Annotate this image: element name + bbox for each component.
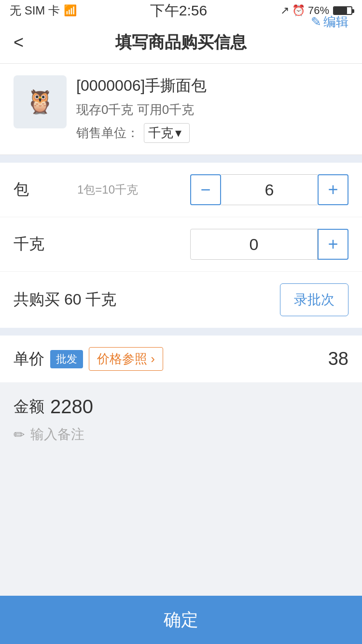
amount-value: 2280 — [50, 396, 93, 418]
edit-label: 编辑 — [323, 14, 348, 30]
remark-placeholder: 输入备注 — [30, 425, 84, 444]
alarm-icon: ⏰ — [292, 4, 305, 17]
bao-stepper: − + — [190, 174, 348, 205]
bao-minus-button[interactable]: − — [190, 174, 221, 205]
price-ref-button[interactable]: 价格参照 › — [89, 347, 163, 371]
nav-bar: < 填写商品购买信息 — [0, 21, 362, 64]
pencil-icon: ✏ — [14, 427, 25, 443]
kg-input[interactable] — [190, 229, 318, 260]
price-tag: 批发 — [50, 350, 83, 368]
price-value: 38 — [328, 349, 348, 369]
product-info: [0000006]手撕面包 现存0千克 可用0千克 销售单位： 千克 ▾ — [76, 75, 348, 143]
unit-value: 千克 — [148, 125, 173, 141]
bao-input-row: 包 1包=10千克 − + — [0, 163, 362, 217]
chevron-down-icon: ▾ — [175, 126, 181, 140]
wifi-icon: 📶 — [64, 4, 77, 17]
separator-1 — [0, 155, 362, 163]
product-stock: 现存0千克 可用0千克 — [76, 101, 348, 118]
amount-row: 金额 2280 — [14, 396, 348, 418]
edit-icon: ✎ — [311, 14, 321, 29]
product-image: 🦉 — [14, 75, 67, 128]
summary-row: 共购买 60 千克 录批次 — [0, 272, 362, 328]
kg-label: 千克 — [14, 234, 71, 255]
price-section: 单价 批发 价格参照 › 38 — [0, 336, 362, 382]
input-section: 包 1包=10千克 − + 千克 + 共购买 60 千克 录批次 — [0, 163, 362, 328]
product-unit-row: 销售单位： 千克 ▾ — [76, 123, 348, 143]
amount-section: 金额 2280 ✏ 输入备注 — [0, 382, 362, 451]
bao-label: 包 — [14, 179, 71, 200]
product-name: [0000006]手撕面包 — [76, 75, 348, 97]
remark-row[interactable]: ✏ 输入备注 — [14, 425, 348, 444]
edit-button[interactable]: ✎ 编辑 — [311, 14, 348, 30]
carrier-text: 无 SIM 卡 — [10, 3, 60, 18]
status-time: 下午2:56 — [150, 1, 207, 21]
record-batch-button[interactable]: 录批次 — [280, 283, 348, 316]
back-button[interactable]: < — [14, 32, 24, 53]
separator-2 — [0, 328, 362, 336]
unit-select[interactable]: 千克 ▾ — [144, 123, 190, 143]
kg-input-row: 千克 + — [0, 217, 362, 272]
location-icon: ↗ — [280, 4, 289, 17]
kg-plus-button[interactable]: + — [318, 229, 348, 260]
unit-label: 销售单位： — [76, 125, 139, 141]
bao-input[interactable] — [221, 174, 318, 205]
status-left: 无 SIM 卡 📶 — [10, 3, 77, 18]
kg-stepper: + — [190, 229, 348, 260]
product-logo: 🦉 — [26, 88, 55, 115]
bao-plus-button[interactable]: + — [318, 174, 348, 205]
price-label: 单价 — [14, 349, 44, 370]
status-bar: 无 SIM 卡 📶 下午2:56 ↗ ⏰ 76% — [0, 0, 362, 21]
bao-hint: 1包=10千克 — [77, 182, 138, 197]
price-ref-label: 价格参照 › — [97, 350, 155, 367]
page-title: 填写商品购买信息 — [115, 31, 247, 54]
confirm-button[interactable]: 确定 — [0, 596, 362, 644]
product-card: 🦉 [0000006]手撕面包 现存0千克 可用0千克 销售单位： 千克 ▾ ✎… — [0, 64, 362, 155]
summary-text: 共购买 60 千克 — [14, 289, 116, 310]
amount-label: 金额 — [14, 396, 44, 418]
